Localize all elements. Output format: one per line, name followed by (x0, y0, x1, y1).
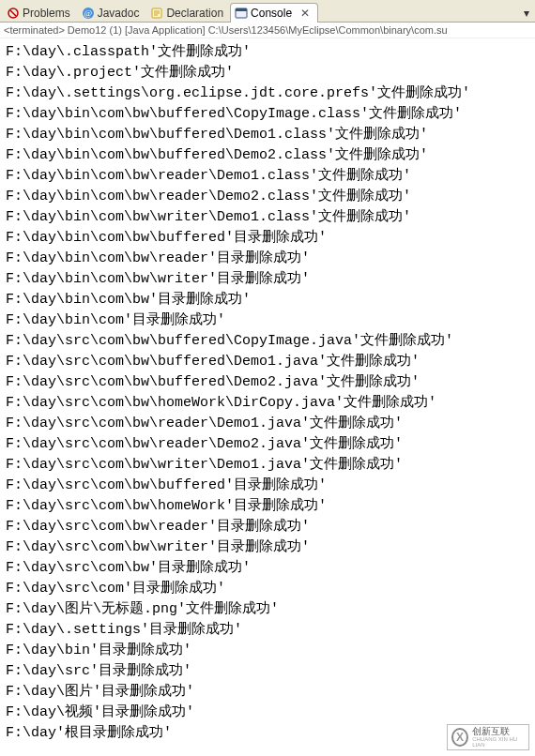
tab-console[interactable]: Console ✕ (230, 3, 318, 23)
svg-rect-6 (236, 8, 247, 11)
svg-text:@: @ (84, 8, 92, 18)
view-tabbar: Problems @ Javadoc Declaration Console ✕… (0, 0, 535, 23)
tab-label: Javadoc (98, 6, 140, 21)
tab-label: Problems (23, 6, 70, 21)
watermark-text-cn: 创新互联 (472, 727, 525, 736)
view-menu-icon[interactable]: ▾ (518, 5, 535, 22)
problems-icon (7, 7, 20, 20)
tab-label: Console (251, 6, 292, 21)
tab-javadoc[interactable]: @ Javadoc (77, 3, 146, 22)
console-icon (235, 7, 248, 20)
tab-label: Declaration (166, 6, 223, 21)
watermark: X 创新互联 CHUANG XIN HU LIAN (447, 724, 529, 750)
declaration-icon (150, 7, 163, 20)
tab-problems[interactable]: Problems (2, 3, 77, 22)
close-icon[interactable]: ✕ (298, 7, 312, 20)
console-output: F:\day\.classpath'文件删除成功' F:\day\.projec… (0, 38, 535, 748)
svg-line-1 (10, 10, 16, 16)
launch-status: <terminated> Demo12 (1) [Java Applicatio… (0, 23, 535, 38)
watermark-logo-icon: X (451, 728, 468, 747)
javadoc-icon: @ (82, 7, 95, 20)
tab-declaration[interactable]: Declaration (145, 3, 230, 22)
watermark-text-py: CHUANG XIN HU LIAN (472, 736, 525, 748)
